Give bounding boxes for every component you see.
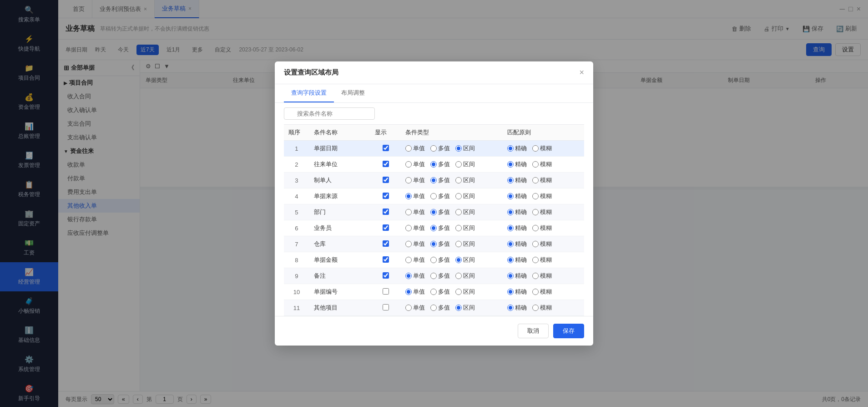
modal-tab-layout[interactable]: 布局调整 [334,84,372,102]
type-radio-item[interactable]: 区间 [455,288,475,296]
type-radio-item[interactable]: 区间 [455,224,475,232]
match-radio-item[interactable]: 模糊 [532,192,552,200]
display-checkbox[interactable] [383,177,389,183]
match-radio-item[interactable]: 精确 [507,160,527,168]
type-radio-item[interactable]: 多值 [430,272,450,280]
match-radio-item[interactable]: 精确 [507,240,527,248]
type-radio[interactable] [455,241,462,247]
type-radio[interactable] [405,273,412,279]
type-radio[interactable] [455,289,462,295]
type-radio-item[interactable]: 单值 [405,288,425,296]
type-radio[interactable] [430,193,437,199]
match-radio[interactable] [507,145,514,152]
match-radio-item[interactable]: 精确 [507,176,527,184]
type-radio-item[interactable]: 区间 [455,256,475,264]
type-radio[interactable] [430,273,437,279]
display-checkbox[interactable] [383,288,389,295]
match-radio-item[interactable]: 模糊 [532,144,552,153]
type-radio-item[interactable]: 区间 [455,208,475,216]
match-radio-item[interactable]: 模糊 [532,224,552,232]
type-radio[interactable] [405,193,412,199]
type-radio-item[interactable]: 单值 [405,272,425,280]
display-checkbox[interactable] [383,161,389,167]
type-radio-item[interactable]: 多值 [430,256,450,264]
type-radio-item[interactable]: 单值 [405,256,425,264]
match-radio[interactable] [532,273,539,279]
type-radio[interactable] [405,177,412,183]
match-radio[interactable] [532,209,539,215]
match-radio-item[interactable]: 模糊 [532,256,552,264]
type-radio-item[interactable]: 区间 [455,240,475,248]
type-radio-item[interactable]: 多值 [430,192,450,200]
type-radio-item[interactable]: 单值 [405,192,425,200]
type-radio[interactable] [405,241,412,247]
type-radio-item[interactable]: 单值 [405,304,425,312]
type-radio[interactable] [405,305,412,311]
match-radio-item[interactable]: 模糊 [532,272,552,280]
display-checkbox[interactable] [383,224,389,231]
type-radio[interactable] [430,209,437,215]
type-radio[interactable] [405,289,412,295]
type-radio-item[interactable]: 区间 [455,160,475,168]
match-radio[interactable] [532,145,539,152]
type-radio[interactable] [405,161,412,168]
match-radio-item[interactable]: 模糊 [532,208,552,216]
match-radio[interactable] [532,225,539,231]
type-radio-item[interactable]: 区间 [455,272,475,280]
type-radio[interactable] [455,305,462,311]
type-radio[interactable] [405,257,412,263]
match-radio[interactable] [507,177,514,183]
type-radio[interactable] [455,273,462,279]
type-radio-item[interactable]: 区间 [455,176,475,184]
modal-save-btn[interactable]: 保存 [553,324,584,338]
type-radio[interactable] [455,145,462,152]
display-checkbox[interactable] [383,272,389,279]
display-checkbox[interactable] [383,145,389,151]
match-radio[interactable] [532,193,539,199]
type-radio[interactable] [455,209,462,215]
type-radio[interactable] [455,161,462,168]
match-radio-item[interactable]: 精确 [507,144,527,153]
modal-search-input[interactable] [284,107,375,120]
type-radio[interactable] [430,145,437,152]
match-radio-item[interactable]: 模糊 [532,304,552,312]
type-radio-item[interactable]: 多值 [430,288,450,296]
type-radio[interactable] [405,145,412,152]
match-radio[interactable] [507,161,514,168]
type-radio[interactable] [455,177,462,183]
type-radio-item[interactable]: 多值 [430,160,450,168]
type-radio-item[interactable]: 区间 [455,144,475,153]
display-checkbox[interactable] [383,256,389,263]
display-checkbox[interactable] [383,209,389,215]
match-radio-item[interactable]: 精确 [507,256,527,264]
match-radio-item[interactable]: 精确 [507,304,527,312]
type-radio-item[interactable]: 单值 [405,160,425,168]
match-radio[interactable] [507,193,514,199]
type-radio-item[interactable]: 区间 [455,304,475,312]
match-radio-item[interactable]: 模糊 [532,240,552,248]
modal-cancel-btn[interactable]: 取消 [518,324,549,338]
match-radio[interactable] [507,225,514,231]
type-radio[interactable] [430,161,437,168]
type-radio-item[interactable]: 单值 [405,144,425,153]
match-radio[interactable] [532,289,539,295]
match-radio[interactable] [507,273,514,279]
match-radio[interactable] [507,257,514,263]
match-radio[interactable] [532,241,539,247]
type-radio-item[interactable]: 单值 [405,240,425,248]
type-radio-item[interactable]: 多值 [430,240,450,248]
type-radio[interactable] [455,193,462,199]
type-radio-item[interactable]: 单值 [405,176,425,184]
type-radio-item[interactable]: 单值 [405,224,425,232]
type-radio-item[interactable]: 多值 [430,224,450,232]
match-radio[interactable] [507,289,514,295]
type-radio-item[interactable]: 多值 [430,176,450,184]
type-radio[interactable] [430,289,437,295]
type-radio-item[interactable]: 多值 [430,144,450,153]
match-radio-item[interactable]: 模糊 [532,160,552,168]
match-radio-item[interactable]: 精确 [507,272,527,280]
match-radio[interactable] [507,305,514,311]
type-radio-item[interactable]: 多值 [430,304,450,312]
type-radio[interactable] [430,177,437,183]
type-radio[interactable] [430,305,437,311]
